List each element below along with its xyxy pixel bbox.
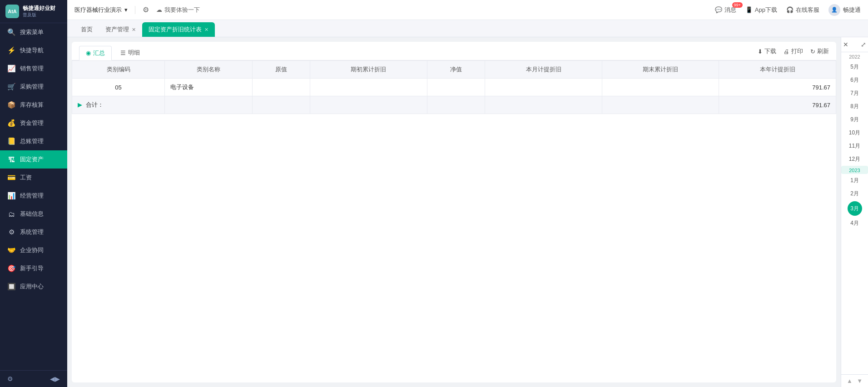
- online-service-button[interactable]: 🎧 在线客服: [786, 6, 819, 14]
- sidebar-item-label: 系统管理: [20, 228, 44, 236]
- content-area: ◉ 汇总 ☰ 明细 ⬇ 下载 🖨 打印: [67, 37, 868, 387]
- sidebar-item-label: 工资: [20, 174, 32, 182]
- tab-home-label: 首页: [81, 25, 93, 34]
- sub-tab-detail-label: 明细: [128, 49, 140, 57]
- sub-tab-summary[interactable]: ◉ 汇总: [79, 46, 112, 60]
- col-name: 类别名称: [165, 61, 253, 79]
- settings-icon[interactable]: ⚙: [143, 5, 149, 14]
- sub-tab-summary-label: 汇总: [93, 49, 105, 57]
- topbar: 医疗器械行业演示 ▾ ⚙ ☁ 我要体验一下 💬 消息 99+ 📱 App下载 🎧…: [67, 0, 868, 20]
- sidebar-item-guide[interactable]: 🎯 新手引导: [0, 259, 67, 278]
- date-panel-close-button[interactable]: ✕: [843, 41, 848, 48]
- sidebar-footer: ⚙ ◀▶: [0, 370, 67, 387]
- refresh-button[interactable]: ↻ 刷新: [810, 47, 829, 55]
- date-prev-arrow[interactable]: ▲: [845, 377, 854, 385]
- col-code: 类别编码: [72, 61, 165, 79]
- tab-fixed-asset-depreciation-label: 固定资产折旧统计表: [149, 25, 202, 34]
- message-icon: 💬: [715, 6, 722, 13]
- sidebar-item-basic-info[interactable]: 🗂 基础信息: [0, 205, 67, 223]
- experience-button[interactable]: ☁ 我要体验一下: [156, 6, 200, 14]
- company-dropdown-icon: ▾: [124, 6, 128, 13]
- tab-home[interactable]: 首页: [74, 22, 99, 37]
- tab-asset-mgmt-close[interactable]: ✕: [132, 27, 136, 33]
- date-next-arrow[interactable]: ▼: [855, 377, 864, 385]
- app-download-button[interactable]: 📱 App下载: [745, 6, 777, 14]
- sidebar-item-label: 采购管理: [20, 83, 44, 91]
- month-2022-12[interactable]: 12月: [847, 153, 862, 166]
- sidebar-item-system[interactable]: ⚙ 系统管理: [0, 223, 67, 241]
- sidebar-item-label: 新手引导: [20, 264, 44, 273]
- table-row: 05 电子设备 791.67: [72, 79, 836, 96]
- total-ending-accumulated: [602, 96, 719, 114]
- online-service-icon: 🎧: [786, 6, 794, 13]
- month-2023-3-current[interactable]: 3月: [848, 201, 862, 216]
- sidebar-item-label: 销售管理: [20, 64, 44, 73]
- content-main: ◉ 汇总 ☰ 明细 ⬇ 下载 🖨 打印: [72, 42, 836, 382]
- logo-main: 畅捷通好业财: [23, 5, 55, 12]
- sidebar-item-label: 快捷导航: [20, 46, 44, 55]
- user-avatar: 👤: [828, 4, 840, 16]
- sidebar-item-search[interactable]: 🔍 搜索菜单: [0, 23, 67, 41]
- sidebar-item-label: 总账管理: [20, 137, 44, 145]
- month-2023-4[interactable]: 4月: [848, 217, 861, 230]
- experience-label: 我要体验一下: [164, 6, 200, 14]
- tab-fixed-asset-depreciation-close[interactable]: ✕: [204, 27, 208, 33]
- total-annual-depreciation: 791.67: [719, 96, 836, 114]
- fund-icon: 💰: [7, 119, 15, 127]
- sidebar-item-ledger[interactable]: 📒 总账管理: [0, 132, 67, 150]
- month-2022-8[interactable]: 8月: [848, 100, 861, 113]
- month-2022-9[interactable]: 9月: [848, 113, 861, 126]
- month-2022-10[interactable]: 10月: [847, 126, 862, 139]
- sidebar-item-fixed-asset[interactable]: 🏗 固定资产: [0, 150, 67, 169]
- sidebar-item-sales[interactable]: 📈 销售管理: [0, 60, 67, 78]
- sales-icon: 📈: [7, 64, 15, 73]
- date-panel-expand-button[interactable]: ⤢: [861, 41, 866, 48]
- sidebar-item-operations[interactable]: 📊 经营管理: [0, 187, 67, 205]
- print-button[interactable]: 🖨 打印: [784, 47, 803, 55]
- download-button[interactable]: ⬇ 下载: [758, 47, 776, 55]
- message-badge: 99+: [732, 2, 743, 8]
- sidebar-item-app-center[interactable]: 🔲 应用中心: [0, 278, 67, 296]
- sub-tab-detail-icon: ☰: [120, 50, 126, 56]
- sidebar-item-enterprise[interactable]: 🤝 企业协同: [0, 241, 67, 259]
- col-original-value: 原值: [252, 61, 310, 79]
- sidebar-item-payroll[interactable]: 💳 工资: [0, 169, 67, 187]
- app-download-label: App下载: [755, 6, 777, 14]
- month-2022-11[interactable]: 11月: [847, 139, 862, 153]
- ledger-icon: 📒: [7, 137, 15, 145]
- total-label-cell: ▶ 合计：: [72, 96, 165, 114]
- user-avatar-icon: 👤: [831, 7, 838, 13]
- month-2022-6[interactable]: 6月: [848, 74, 861, 87]
- year-2023-label[interactable]: 2023: [841, 166, 868, 174]
- sidebar-item-fund[interactable]: 💰 资金管理: [0, 114, 67, 132]
- sidebar-item-label: 经营管理: [20, 192, 44, 200]
- sidebar-item-purchase[interactable]: 🛒 采购管理: [0, 78, 67, 96]
- month-2022-7[interactable]: 7月: [848, 87, 861, 100]
- sidebar-item-quick-nav[interactable]: ⚡ 快捷导航: [0, 41, 67, 60]
- sidebar-item-label: 搜索菜单: [20, 28, 44, 36]
- col-monthly-depreciation: 本月计提折旧: [485, 61, 602, 79]
- sub-tab-detail[interactable]: ☰ 明细: [114, 45, 147, 60]
- user-menu[interactable]: 👤 畅捷通: [828, 4, 861, 16]
- payroll-icon: 💳: [7, 174, 15, 182]
- tab-fixed-asset-depreciation[interactable]: 固定资产折旧统计表 ✕: [142, 22, 215, 37]
- collapse-icon[interactable]: ◀▶: [50, 375, 60, 382]
- print-icon: 🖨: [784, 48, 789, 55]
- sidebar-item-inventory[interactable]: 📦 库存核算: [0, 96, 67, 114]
- sidebar-item-label: 应用中心: [20, 283, 44, 291]
- total-expand-icon[interactable]: ▶: [78, 101, 82, 108]
- sidebar-item-label: 固定资产: [20, 155, 44, 164]
- total-label: 合计：: [86, 101, 104, 108]
- month-2022-5[interactable]: 5月: [848, 60, 861, 74]
- date-panel-header: ✕ ⤢: [841, 37, 868, 52]
- row-ending-accumulated: [602, 79, 719, 96]
- company-selector[interactable]: 医疗器械行业演示 ▾: [74, 6, 128, 14]
- company-name: 医疗器械行业演示: [74, 6, 122, 14]
- tab-asset-mgmt[interactable]: 资产管理 ✕: [99, 22, 142, 37]
- month-2023-1[interactable]: 1月: [848, 174, 861, 187]
- month-2023-2[interactable]: 2月: [848, 187, 861, 200]
- settings-footer-icon[interactable]: ⚙: [7, 375, 13, 382]
- message-button[interactable]: 💬 消息 99+: [715, 6, 736, 14]
- logo-text: 畅捷通好业财 普及版: [23, 5, 55, 18]
- topbar-right: 💬 消息 99+ 📱 App下载 🎧 在线客服 👤 畅捷通: [715, 4, 861, 16]
